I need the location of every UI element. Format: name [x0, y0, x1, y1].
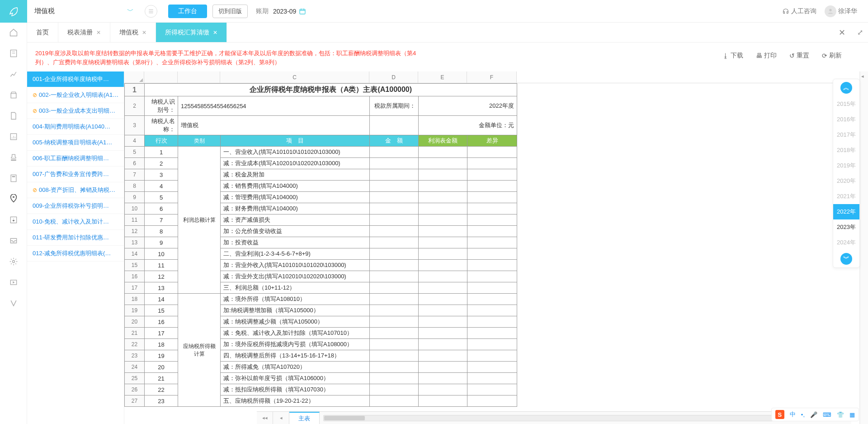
year-button[interactable]: 2015年: [833, 96, 859, 112]
warning-icon: ⊘: [33, 187, 37, 193]
chevron-down-icon: ﹀: [127, 7, 134, 15]
top-right: 人工咨询 徐泽华: [782, 5, 868, 17]
warning-icon: ⊘: [33, 92, 37, 98]
form-item[interactable]: 005-纳税调整项目明细表(A1…: [27, 135, 124, 151]
nav-home-icon[interactable]: [8, 27, 19, 38]
form-item[interactable]: 001-企业所得税年度纳税申…: [27, 71, 124, 87]
year-button[interactable]: 2018年: [833, 143, 859, 158]
ime-punct-icon[interactable]: •,: [801, 411, 805, 418]
year-button[interactable]: 2017年: [833, 127, 859, 143]
form-item[interactable]: 009-企业所得税弥补亏损明…: [27, 198, 124, 214]
table-row[interactable]: 1814应纳税所得额计算减：境外所得（填写A108010）: [125, 294, 517, 305]
year-button[interactable]: 2023年: [833, 219, 859, 235]
year-button[interactable]: 2019年: [833, 158, 859, 173]
tab-income-tax[interactable]: 所得税汇算清缴✕: [156, 23, 227, 42]
warning-icon: ⊘: [33, 108, 37, 114]
headset-icon: [782, 8, 789, 15]
form-item[interactable]: 011-研发费用加计扣除优惠…: [27, 230, 124, 246]
years-panel: ︽ 2015年2016年2017年2018年2019年2020年2021年202…: [833, 79, 860, 268]
org-selector[interactable]: 增值税 ﹀: [34, 7, 134, 15]
nav-report-icon[interactable]: [8, 131, 19, 142]
nav-video-icon[interactable]: [8, 277, 19, 288]
download-button[interactable]: ⭳ 下载: [722, 52, 743, 60]
org-name: 增值税: [34, 7, 55, 15]
period-value[interactable]: 2023-09: [273, 8, 296, 15]
nav-stamp-icon[interactable]: [8, 152, 19, 163]
ime-logo-icon: S: [775, 410, 784, 419]
ime-bar[interactable]: S 中 •, 🎤 ⌨ 👕 ▦: [771, 408, 859, 421]
nav-export-icon[interactable]: [8, 214, 19, 225]
period-label: 账期: [256, 7, 269, 15]
left-nav-rail: [0, 23, 27, 424]
nav-money-icon[interactable]: [8, 90, 19, 100]
ime-lang[interactable]: 中: [790, 410, 796, 419]
app-logo[interactable]: [0, 0, 27, 23]
sheet-nav-first[interactable]: ◂◂: [257, 412, 273, 424]
user-menu[interactable]: 徐泽华: [825, 5, 857, 17]
grid-wrap: ◂ C D E F 001-企业所得税年度纳税申报表（A类）主表(A100000…: [124, 71, 860, 424]
year-up-button[interactable]: ︽: [840, 82, 852, 94]
svg-rect-0: [300, 9, 305, 14]
refresh-button[interactable]: ⟳ 刷新: [822, 52, 842, 60]
tab-tax-list[interactable]: 税表清册✕: [58, 23, 110, 42]
form-item[interactable]: ⊘008-资产折旧、摊销及纳税…: [27, 182, 124, 198]
year-button[interactable]: 2016年: [833, 112, 859, 127]
form-item[interactable]: 010-免税、减计收入及加计…: [27, 214, 124, 230]
calendar-icon[interactable]: [299, 8, 306, 15]
warning-text: 2019年度涉及取以前年度结转数据的申报表单元格需要手工维护正确，才能保证本年及…: [35, 49, 433, 67]
sheet-nav-prev[interactable]: ◂: [273, 412, 289, 424]
nav-ledger-icon[interactable]: [8, 48, 19, 59]
expand-button[interactable]: ⤢: [852, 23, 868, 42]
ime-skin-icon[interactable]: 👕: [837, 411, 844, 418]
close-icon[interactable]: ✕: [96, 29, 101, 36]
reset-button[interactable]: ↺ 重置: [789, 52, 809, 60]
consult-link[interactable]: 人工咨询: [782, 7, 816, 15]
form-item[interactable]: ⊘002-一般企业收入明细表(A1…: [27, 87, 124, 103]
nav-calc-icon[interactable]: [8, 173, 19, 184]
form-item[interactable]: 004-期间费用明细表(A1040…: [27, 119, 124, 135]
menu-icon: [148, 8, 154, 14]
collapse-toggle[interactable]: [145, 5, 157, 18]
svg-point-7: [12, 261, 14, 263]
sheet-table[interactable]: 1企业所得税年度纳税申报表（A类）主表(A100000) 2纳税人识别号：125…: [124, 83, 517, 407]
form-item[interactable]: 012-减免所得税优惠明细表(…: [27, 246, 124, 262]
form-item[interactable]: 006-职工薪酬纳税调整明细…: [27, 151, 124, 167]
tab-vat[interactable]: 增值税✕: [110, 23, 156, 42]
forms-list: 001-企业所得税年度纳税申…⊘002-一般企业收入明细表(A1…⊘003-一般…: [27, 71, 124, 424]
sheet-title: 企业所得税年度纳税申报表（A类）主表(A100000): [145, 84, 517, 96]
year-button[interactable]: 2022年: [833, 204, 859, 219]
close-icon[interactable]: ✕: [142, 29, 146, 36]
workbench-button[interactable]: 工作台: [168, 5, 207, 18]
svg-rect-4: [11, 175, 16, 182]
year-down-button[interactable]: ︾: [840, 253, 852, 265]
top-bar: 增值税 ﹀ 工作台 切到旧版 账期 2023-09 人工咨询 徐泽华: [0, 0, 868, 23]
year-button[interactable]: 2024年: [833, 235, 859, 250]
tabs-bar: 首页 税表清册✕ 增值税✕ 所得税汇算清缴✕ ✕ ⤢: [27, 23, 868, 43]
print-button[interactable]: 🖶 打印: [756, 52, 777, 60]
svg-rect-5: [12, 176, 15, 177]
nav-inbox-icon[interactable]: [8, 235, 19, 246]
sheet-tab-main[interactable]: 主表: [289, 412, 320, 424]
nav-settings-icon[interactable]: [8, 256, 19, 267]
year-button[interactable]: 2021年: [833, 189, 859, 204]
form-item[interactable]: 007-广告费和业务宣传费跨…: [27, 167, 124, 182]
nav-doc-icon[interactable]: [8, 110, 19, 121]
form-item[interactable]: ⊘003-一般企业成本支出明细…: [27, 103, 124, 119]
avatar-icon: [825, 5, 836, 17]
nav-chart-icon[interactable]: [8, 69, 19, 80]
ime-mic-icon[interactable]: 🎤: [810, 411, 817, 418]
table-row[interactable]: 51利润总额计算一、营业收入(填写A101010\101020\103000): [125, 147, 517, 158]
content: 2019年度涉及取以前年度结转数据的申报表单元格需要手工维护正确，才能保证本年及…: [27, 43, 868, 424]
switch-old-button[interactable]: 切到旧版: [212, 5, 248, 18]
year-button[interactable]: 2020年: [833, 173, 859, 189]
ime-keyboard-icon[interactable]: ⌨: [823, 411, 831, 418]
flyout-caret[interactable]: ◂: [861, 73, 864, 79]
feather-icon: [8, 6, 19, 17]
nav-v-icon[interactable]: [8, 298, 19, 309]
ime-tools-icon[interactable]: ▦: [849, 411, 855, 418]
close-all-button[interactable]: ✕: [832, 23, 852, 42]
nav-tax-icon[interactable]: [8, 194, 19, 205]
close-icon[interactable]: ✕: [213, 29, 217, 36]
tab-home[interactable]: 首页: [27, 23, 58, 42]
svg-point-1: [829, 9, 831, 11]
